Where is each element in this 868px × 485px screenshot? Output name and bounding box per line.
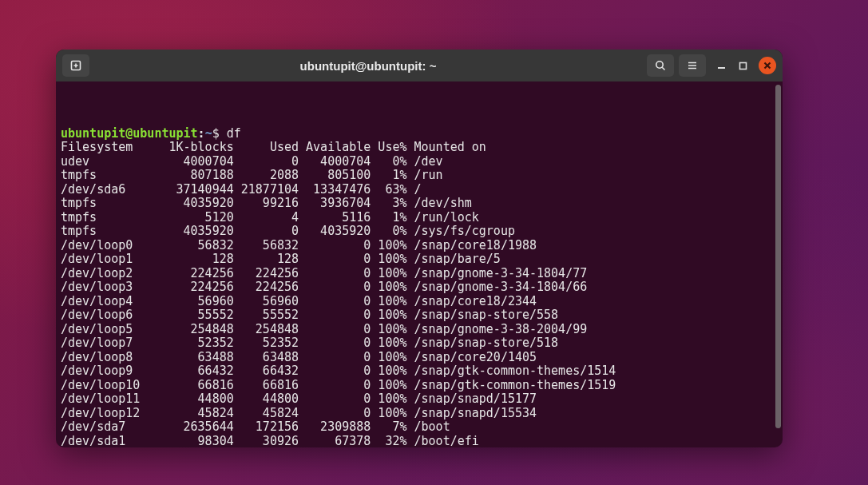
prompt-command: df	[227, 126, 241, 141]
search-icon	[654, 59, 667, 72]
close-button[interactable]	[759, 57, 776, 74]
df-output: Filesystem 1K-blocks Used Available Use%…	[61, 140, 616, 447]
menu-button[interactable]	[679, 54, 706, 77]
prompt-colon: :	[198, 126, 205, 141]
hamburger-icon	[686, 59, 699, 72]
scrollbar[interactable]	[775, 85, 781, 428]
prompt-user: ubuntupit	[61, 126, 125, 141]
minimize-button[interactable]	[715, 60, 727, 72]
svg-line-4	[662, 67, 664, 70]
new-tab-button[interactable]	[62, 54, 89, 77]
window-title: ubuntupit@ubuntupit: ~	[94, 59, 642, 73]
svg-point-3	[656, 62, 663, 68]
search-button[interactable]	[647, 54, 674, 77]
prompt-line: ubuntupit@ubuntupit:~$ df	[61, 127, 778, 141]
terminal-body[interactable]: ubuntupit@ubuntupit:~$ dfFilesystem 1K-b…	[56, 81, 783, 447]
prompt-host: ubuntupit	[133, 126, 197, 141]
titlebar: ubuntupit@ubuntupit: ~	[56, 50, 783, 81]
prompt-path: ~	[205, 126, 212, 141]
maximize-icon	[737, 60, 749, 72]
new-tab-icon	[69, 59, 82, 72]
prompt-at: @	[125, 126, 133, 141]
window-controls	[715, 57, 776, 74]
close-icon	[763, 62, 771, 70]
minimize-icon	[715, 60, 727, 72]
svg-rect-9	[740, 62, 747, 69]
maximize-button[interactable]	[737, 60, 749, 72]
prompt-dollar: $	[212, 126, 227, 141]
terminal-window: ubuntupit@ubuntupit: ~ ubuntupit@ubuntup…	[56, 50, 783, 447]
